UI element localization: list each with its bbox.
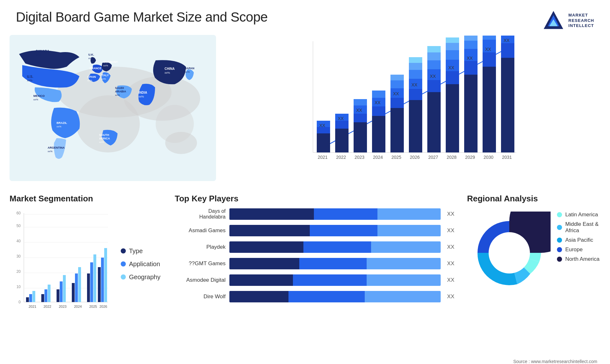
svg-rect-70	[390, 80, 404, 88]
svg-rect-78	[409, 63, 422, 70]
donut-area: Latin America Middle East &Africa Asia P…	[467, 208, 600, 294]
svg-text:CHINA: CHINA	[165, 67, 175, 71]
player-row-4: ??GMT Games XX	[175, 258, 454, 269]
donut-chart	[468, 212, 551, 294]
svg-rect-147	[87, 273, 90, 302]
svg-text:2026: 2026	[410, 155, 420, 160]
svg-rect-101	[464, 41, 478, 49]
svg-text:50: 50	[17, 224, 21, 228]
svg-text:xx%: xx%	[27, 79, 32, 82]
main-content: CANADA xx% U.S. xx% MEXICO xx% BRAZIL xx…	[0, 35, 610, 187]
svg-rect-58	[354, 99, 367, 105]
svg-text:2025: 2025	[391, 155, 401, 160]
svg-rect-45	[317, 133, 330, 152]
svg-text:2023: 2023	[59, 305, 66, 308]
svg-rect-153	[104, 248, 107, 302]
svg-rect-85	[427, 60, 441, 69]
svg-text:SPAIN: SPAIN	[87, 75, 96, 78]
svg-rect-152	[101, 258, 104, 302]
svg-rect-83	[427, 80, 441, 92]
svg-rect-145	[78, 267, 81, 302]
player-name-4: ??GMT Games	[175, 260, 226, 267]
svg-rect-143	[72, 283, 75, 302]
svg-rect-64	[372, 91, 385, 98]
svg-text:2028: 2028	[447, 155, 457, 160]
player-bar-2	[229, 225, 441, 236]
svg-rect-93	[446, 50, 459, 60]
svg-rect-55	[354, 122, 367, 152]
reg-dot-latin-america	[557, 212, 562, 217]
player-row-2: Asmadi Games XX	[175, 225, 454, 236]
svg-rect-74	[409, 100, 422, 152]
seg-legend: Type Application Geography	[121, 247, 160, 281]
player-name-3: Playdek	[175, 244, 226, 250]
svg-rect-151	[98, 267, 101, 302]
svg-rect-61	[372, 116, 385, 152]
svg-text:XX: XX	[504, 38, 510, 43]
svg-rect-148	[90, 262, 93, 302]
svg-rect-90	[446, 84, 459, 152]
players-title: Top Key Players	[175, 194, 454, 204]
svg-point-155	[489, 232, 530, 273]
player-bar-5	[229, 274, 441, 286]
svg-rect-106	[483, 52, 496, 67]
svg-text:30: 30	[17, 254, 21, 259]
svg-rect-112	[501, 43, 514, 58]
logo-text: MARKET RESEARCH INTELLECT	[568, 13, 594, 29]
svg-text:xx%: xx%	[185, 71, 190, 73]
svg-text:SOUTH: SOUTH	[99, 133, 109, 137]
svg-text:XX: XX	[319, 123, 325, 128]
svg-rect-108	[483, 36, 496, 40]
svg-text:BRAZIL: BRAZIL	[57, 121, 67, 125]
svg-rect-46	[317, 127, 330, 133]
segmentation-title: Market Segmentation	[10, 194, 162, 204]
reg-dot-middle-east	[557, 225, 562, 230]
svg-text:0: 0	[18, 300, 21, 304]
player-name-2: Asmadi Games	[175, 227, 226, 234]
svg-text:XX: XX	[393, 91, 399, 96]
reg-legend-north-america: North America	[557, 256, 600, 262]
player-row-6: Dire Wolf XX	[175, 291, 454, 302]
svg-text:CANADA: CANADA	[36, 50, 49, 53]
svg-text:ARGENTINA: ARGENTINA	[48, 146, 65, 149]
player-row-3: Playdek XX	[175, 241, 454, 253]
svg-text:xx%: xx%	[165, 71, 170, 74]
svg-text:ARABIA: ARABIA	[115, 90, 126, 93]
svg-text:2024: 2024	[373, 155, 383, 160]
svg-text:2031: 2031	[502, 155, 512, 160]
svg-text:MEXICO: MEXICO	[33, 94, 45, 98]
svg-text:JAPAN: JAPAN	[185, 67, 194, 70]
svg-text:xx%: xx%	[101, 78, 106, 80]
svg-text:60: 60	[17, 211, 21, 215]
bar-chart-section: XX 2021 XX 2022 XX 2023 XX 2024	[216, 35, 600, 181]
svg-text:2030: 2030	[484, 155, 493, 160]
svg-rect-99	[464, 61, 478, 75]
regional-row: Latin America Middle East &Africa Asia P…	[468, 212, 600, 294]
svg-text:XX: XX	[356, 108, 362, 113]
map-section: CANADA xx% U.S. xx% MEXICO xx% BRAZIL xx…	[10, 35, 216, 181]
svg-text:2023: 2023	[355, 155, 364, 160]
svg-text:2029: 2029	[465, 155, 475, 160]
svg-text:2027: 2027	[428, 155, 438, 160]
reg-legend-europe: Europe	[557, 246, 600, 253]
svg-rect-144	[75, 273, 78, 302]
svg-rect-67	[390, 108, 404, 152]
reg-legend-middle-east: Middle East &Africa	[557, 221, 600, 234]
header: Digital Board Game Market Size and Scope…	[0, 0, 610, 35]
svg-text:2021: 2021	[29, 305, 36, 308]
regional-legend: Latin America Middle East &Africa Asia P…	[557, 212, 600, 262]
source-text: Source : www.marketresearchintellect.com	[0, 359, 610, 364]
svg-rect-50	[335, 129, 349, 152]
player-name-1: Days ofHandelabra	[175, 208, 226, 220]
svg-rect-94	[446, 43, 459, 50]
player-bar-4	[229, 258, 441, 269]
svg-text:xx%: xx%	[57, 125, 61, 128]
svg-text:xx%: xx%	[103, 64, 108, 67]
svg-text:xx%: xx%	[88, 57, 93, 60]
svg-rect-136	[44, 289, 47, 302]
svg-rect-56	[354, 114, 367, 122]
svg-text:2021: 2021	[318, 155, 328, 160]
svg-rect-68	[390, 98, 404, 108]
reg-dot-north-america	[557, 257, 562, 262]
svg-rect-77	[409, 70, 422, 79]
